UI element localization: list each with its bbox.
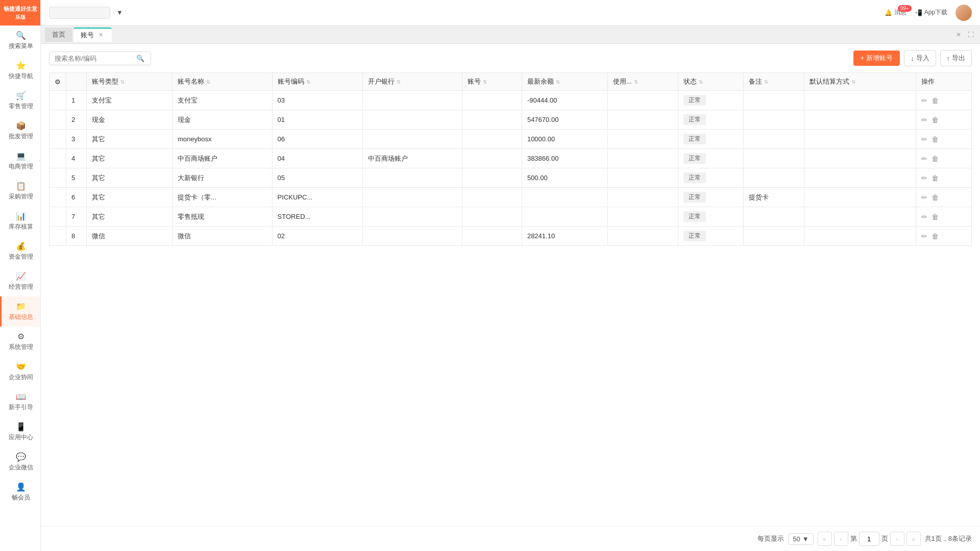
col-account[interactable]: 账号⇅ (462, 73, 522, 91)
edit-icon[interactable]: ✏ (921, 232, 927, 240)
col-remark[interactable]: 备注⇅ (744, 73, 804, 91)
sidebar-item-system[interactable]: ⚙ 系统管理 (0, 327, 40, 357)
sidebar-item-label: 搜索菜单 (9, 42, 33, 51)
search-icon[interactable]: 🔍 (136, 55, 144, 62)
trending-icon: 📈 (16, 271, 26, 281)
sidebar-item-guide[interactable]: 📖 新手引导 (0, 387, 40, 417)
col-code[interactable]: 账号编码⇅ (272, 73, 362, 91)
sidebar-item-operations[interactable]: 📈 经营管理 (0, 266, 40, 296)
sidebar-item-wechat[interactable]: 💬 企业微信 (0, 447, 40, 477)
action-icons: ✏ 🗑 (921, 155, 966, 163)
edit-icon[interactable]: ✏ (921, 96, 927, 105)
col-settlement[interactable]: 默认结算方式⇅ (804, 73, 916, 91)
col-usage[interactable]: 使用...⇅ (607, 73, 678, 91)
row-status-cell: 正常 (678, 91, 743, 110)
search-box[interactable]: 🔍 (49, 52, 151, 65)
row-num-cell: 3 (66, 130, 87, 149)
page-number-input[interactable] (859, 532, 879, 546)
gear-icon: ⚙ (17, 332, 24, 341)
row-bank-cell (362, 110, 462, 130)
row-action-cell: ✏ 🗑 (916, 227, 972, 246)
edit-icon[interactable]: ✏ (921, 193, 927, 202)
sidebar-item-label: 应用中心 (9, 433, 33, 442)
row-name-cell: 现金 (172, 110, 272, 130)
row-usage-cell (607, 168, 678, 188)
row-type-cell: 其它 (87, 168, 173, 188)
sidebar-item-search[interactable]: 🔍 搜索菜单 (0, 26, 40, 56)
edit-icon[interactable]: ✏ (921, 213, 927, 221)
row-type-cell: 其它 (87, 149, 173, 168)
next-page-button[interactable]: › (890, 532, 904, 546)
sidebar-item-purchase[interactable]: 📋 采购管理 (0, 176, 40, 206)
search-input[interactable] (55, 55, 136, 62)
header-search-input[interactable] (55, 9, 95, 16)
search-icon: 🔍 (16, 31, 26, 40)
col-status[interactable]: 状态⇅ (678, 73, 743, 91)
status-badge: 正常 (683, 95, 706, 106)
row-type-cell: 其它 (87, 207, 173, 227)
tab-account[interactable]: 账号 ✕ (74, 28, 112, 42)
delete-icon[interactable]: 🗑 (932, 96, 939, 105)
first-page-button[interactable]: « (818, 532, 832, 546)
folder-icon: 📁 (16, 302, 26, 311)
delete-icon[interactable]: 🗑 (932, 155, 939, 163)
row-bank-cell (362, 207, 462, 227)
delete-icon[interactable]: 🗑 (932, 232, 939, 240)
sidebar-item-retail[interactable]: 🛒 零售管理 (0, 86, 40, 116)
page-size-selector[interactable]: 50 ▼ (788, 533, 813, 545)
export-button[interactable]: ↑ 导出 (940, 50, 972, 66)
sidebar-item-ecommerce[interactable]: 💻 电商管理 (0, 146, 40, 176)
app-download-button[interactable]: 📲 App下载 (915, 8, 947, 17)
sidebar-item-shortcut[interactable]: ⭐ 快捷导航 (0, 56, 40, 86)
edit-icon[interactable]: ✏ (921, 135, 927, 143)
tab-close-icon[interactable]: ✕ (97, 31, 105, 39)
row-balance-cell: 547670.00 (522, 110, 607, 130)
prev-page-button[interactable]: ‹ (834, 532, 848, 546)
col-bank[interactable]: 开户银行⇅ (362, 73, 462, 91)
sidebar-item-label: 批发管理 (9, 132, 33, 141)
header-search-box[interactable] (49, 7, 110, 19)
delete-icon[interactable]: 🗑 (932, 213, 939, 221)
delete-icon[interactable]: 🗑 (932, 193, 939, 202)
add-account-button[interactable]: + 新增账号 (853, 51, 900, 66)
sidebar-item-basic[interactable]: 📁 基础信息 (0, 296, 40, 327)
sidebar-item-inventory[interactable]: 📊 库存核算 (0, 206, 40, 236)
col-settings[interactable]: ⚙ (50, 73, 66, 91)
sidebar-item-apps[interactable]: 📱 应用中心 (0, 417, 40, 447)
last-page-button[interactable]: » (906, 532, 921, 546)
row-code-cell: 05 (272, 168, 362, 188)
col-type[interactable]: 账号类型⇅ (87, 73, 173, 91)
tab-home[interactable]: 首页 (45, 28, 72, 42)
delete-icon[interactable]: 🗑 (932, 116, 939, 124)
sidebar-item-wholesale[interactable]: 📦 批发管理 (0, 116, 40, 146)
row-account-cell (462, 149, 522, 168)
user-avatar[interactable] (955, 5, 972, 21)
delete-icon[interactable]: 🗑 (932, 174, 939, 182)
col-name[interactable]: 账号名称⇅ (172, 73, 272, 91)
edit-icon[interactable]: ✏ (921, 116, 927, 124)
row-settings-cell (50, 227, 66, 246)
delete-icon[interactable]: 🗑 (932, 135, 939, 143)
sidebar-item-label: 快捷导航 (9, 72, 33, 81)
sidebar-item-label: 库存核算 (9, 222, 33, 231)
header-dropdown[interactable]: ▼ (116, 9, 123, 16)
sidebar-item-agreement[interactable]: 🤝 企业协同 (0, 357, 40, 387)
status-badge: 正常 (683, 153, 706, 164)
chart-icon: 📊 (16, 211, 26, 221)
row-balance-cell: 500.00 (522, 168, 607, 188)
edit-icon[interactable]: ✏ (921, 174, 927, 182)
sidebar-item-member[interactable]: 👤 畅会员 (0, 477, 40, 507)
row-name-cell: moneybosx (172, 130, 272, 149)
main-area: ▼ 🔔 消息 99+ 📲 App下载 首页 账号 ✕ (41, 0, 980, 551)
expand-window-button[interactable]: ⛶ (966, 30, 976, 40)
action-icons: ✏ 🗑 (921, 135, 966, 143)
close-window-button[interactable]: ✕ (953, 30, 964, 40)
sidebar-item-finance[interactable]: 💰 资金管理 (0, 236, 40, 266)
row-balance-cell (522, 207, 607, 227)
messages-button[interactable]: 🔔 消息 99+ (885, 8, 906, 17)
table-row: 2 现金 现金 01 547670.00 正常 ✏ 🗑 (50, 110, 972, 130)
import-button[interactable]: ↓ 导入 (904, 50, 936, 66)
col-balance[interactable]: 最新余额⇅ (522, 73, 607, 91)
bell-icon: 🔔 (885, 9, 892, 16)
edit-icon[interactable]: ✏ (921, 155, 927, 163)
